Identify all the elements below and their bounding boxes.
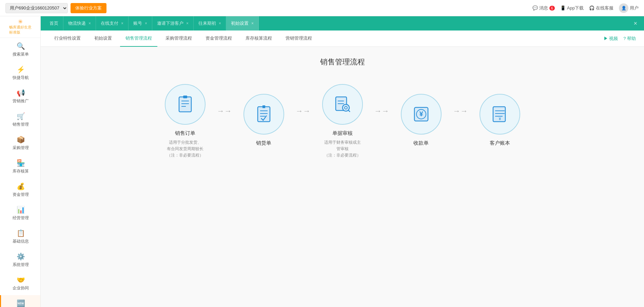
flow-circle-sales-invoice xyxy=(243,94,284,135)
tab-close-payment[interactable]: × xyxy=(121,21,123,26)
video-help-button[interactable]: ▶ 视频 xyxy=(604,36,618,42)
flow-desc-doc-review: 适用于财务审核或主管审核（注：非必要流程） xyxy=(324,139,361,159)
flow-arrow-4: →→ xyxy=(453,107,468,136)
flow-circle-sales-order xyxy=(165,84,206,125)
sub-tab-initial[interactable]: 初始设置 xyxy=(89,30,117,47)
operation-icon: 📊 xyxy=(17,206,25,214)
main-layout: 畅 畅库通好生意 标准版 🔍 搜索菜单 ⚡ 快捷导航 📢 营销推广 🛒 销售管理… xyxy=(0,16,644,307)
tab-close-invite[interactable]: × xyxy=(186,21,189,26)
user-selector[interactable]: 用户690企业1660120507 xyxy=(5,3,68,13)
message-item[interactable]: 💬 消息 6 xyxy=(532,5,555,11)
message-badge: 6 xyxy=(549,6,555,11)
user-profile-item[interactable]: 👤 用户 xyxy=(619,3,639,13)
sidebar-item-corp[interactable]: 🤝 企业协同 xyxy=(0,272,40,295)
customer-service-item[interactable]: 🎧 在线客服 xyxy=(589,5,613,11)
tab-close-account[interactable]: × xyxy=(145,21,147,26)
sidebar-item-basic[interactable]: 📋 基础信息 xyxy=(0,225,40,248)
finance-icon: 💰 xyxy=(17,182,25,190)
tab-account[interactable]: 账号 × xyxy=(129,16,152,30)
tab-logistics[interactable]: 物流快递 × xyxy=(63,16,96,30)
sub-tab-stock-flow[interactable]: 库存核算流程 xyxy=(240,30,277,47)
tab-home[interactable]: 首页 xyxy=(45,16,63,30)
flow-step-doc-review: 单据审核 适用于财务审核或主管审核（注：非必要流程） xyxy=(312,84,373,159)
flow-step-sales-invoice: 销货单 xyxy=(233,94,294,149)
flow-label-doc-review: 单据审核 xyxy=(332,130,353,137)
nav-tabs: 首页 物流快递 × 在线支付 × 账号 × 邀请下游客户 × 往来期初 × xyxy=(41,16,644,30)
sidebar-item-sales[interactable]: 🛒 销售管理 xyxy=(0,108,40,131)
svg-rect-2 xyxy=(179,97,191,112)
app-icon: 📱 xyxy=(560,5,566,11)
quick-icon: ⚡ xyxy=(17,65,25,74)
flow-diagram: 销售订单 适用于分批发货、有合同发货周期较长（注：非必要流程） →→ xyxy=(54,84,630,159)
tab-payment[interactable]: 在线支付 × xyxy=(96,16,129,30)
try-industry-button[interactable]: 体验行业方案 xyxy=(71,3,106,13)
sub-tab-finance-flow[interactable]: 资金管理流程 xyxy=(200,30,237,47)
sub-tabs: 行业特性设置 初始设置 销售管理流程 采购管理流程 资金管理流程 库存核算流程 xyxy=(41,30,644,47)
logo-name: 畅库通好生意 标准版 xyxy=(9,25,32,35)
right-area: 首页 物流快递 × 在线支付 × 账号 × 邀请下游客户 × 往来期初 × xyxy=(41,16,644,307)
sidebar-item-system[interactable]: ⚙️ 系统管理 xyxy=(0,248,40,272)
customer-account-icon: ¥ xyxy=(490,105,509,124)
sidebar-item-search[interactable]: 🔍 搜索菜单 xyxy=(0,38,40,61)
sub-tab-purchase-flow[interactable]: 采购管理流程 xyxy=(160,30,197,47)
top-bar: 用户690企业1660120507 体验行业方案 💬 消息 6 📱 App下载 … xyxy=(0,0,644,16)
sub-tab-industry[interactable]: 行业特性设置 xyxy=(49,30,86,47)
sidebar-item-operation[interactable]: 📊 经营管理 xyxy=(0,202,40,225)
flow-step-sales-order: 销售订单 适用于分批发货、有合同发货周期较长（注：非必要流程） xyxy=(155,84,216,159)
sub-tab-sales-flow[interactable]: 销售管理流程 xyxy=(120,30,157,47)
flow-circle-customer-account: ¥ xyxy=(480,94,520,135)
help-button[interactable]: ? 帮助 xyxy=(623,36,636,42)
tab-close-initial[interactable]: × xyxy=(251,21,254,26)
sales-order-icon xyxy=(176,95,195,114)
help-icon: ? xyxy=(623,36,626,41)
search-icon: 🔍 xyxy=(17,42,25,50)
avatar: 👤 xyxy=(619,3,628,13)
sales-invoice-icon xyxy=(254,105,273,124)
flow-arrow-3: →→ xyxy=(374,107,389,136)
svg-rect-6 xyxy=(183,96,187,98)
flow-label-customer-account: 客户账本 xyxy=(490,140,510,146)
sidebar-item-finance[interactable]: 💰 资金管理 xyxy=(0,178,40,202)
flow-label-receipt: 收款单 xyxy=(413,140,429,146)
tab-invite[interactable]: 邀请下游客户 × xyxy=(152,16,194,30)
system-icon: ⚙️ xyxy=(17,252,25,261)
top-bar-right: 💬 消息 6 📱 App下载 🎧 在线客服 👤 用户 xyxy=(532,3,639,13)
content-area: 行业特性设置 初始设置 销售管理流程 采购管理流程 资金管理流程 库存核算流程 xyxy=(41,30,644,307)
sidebar-item-purchase[interactable]: 📦 采购管理 xyxy=(0,131,40,155)
svg-text:¥: ¥ xyxy=(419,110,423,118)
sidebar-item-marketing[interactable]: 📢 营销推广 xyxy=(0,85,40,108)
flow-step-customer-account: ¥ 客户账本 xyxy=(469,94,530,149)
service-icon: 🎧 xyxy=(589,5,594,11)
svg-line-16 xyxy=(348,110,350,112)
sub-tab-actions: ▶ 视频 ? 帮助 xyxy=(604,36,636,42)
tab-close-logistics[interactable]: × xyxy=(89,21,91,26)
app-download-item[interactable]: 📱 App下载 xyxy=(560,5,584,11)
flow-desc-sales-order: 适用于分批发货、有合同发货周期较长（注：非必要流程） xyxy=(167,139,203,159)
close-all-tabs-button[interactable]: × xyxy=(631,20,640,27)
flow-arrow-1: →→ xyxy=(217,107,232,136)
page-title: 销售管理流程 xyxy=(54,57,630,67)
sidebar-item-guide[interactable]: 🆕 新手引导 xyxy=(0,295,40,307)
flow-label-sales-order: 销售订单 xyxy=(175,130,195,137)
sidebar: 畅 畅库通好生意 标准版 🔍 搜索菜单 ⚡ 快捷导航 📢 营销推广 🛒 销售管理… xyxy=(0,16,41,307)
purchase-icon: 📦 xyxy=(17,136,25,144)
tab-initial-setup[interactable]: 初始设置 × xyxy=(226,16,259,30)
flow-arrow-2: →→ xyxy=(296,107,311,136)
sales-icon: 🛒 xyxy=(17,112,25,120)
flow-step-receipt: ¥ 收款单 xyxy=(391,94,452,149)
sidebar-item-stock[interactable]: 🏪 库存核算 xyxy=(0,155,40,178)
guide-icon: 🆕 xyxy=(17,299,25,307)
svg-text:畅: 畅 xyxy=(19,20,21,23)
brand-logo-icon: 畅 xyxy=(14,19,26,24)
flow-label-sales-invoice: 销货单 xyxy=(256,140,271,146)
tab-close-period[interactable]: × xyxy=(219,21,221,26)
page-content: 销售管理流程 xyxy=(41,47,644,176)
sidebar-logo: 畅 畅库通好生意 标准版 xyxy=(0,16,40,38)
sub-tab-marketing-flow[interactable]: 营销管理流程 xyxy=(280,30,317,47)
tab-period[interactable]: 往来期初 × xyxy=(194,16,226,30)
svg-text:¥: ¥ xyxy=(498,117,501,121)
flow-circle-doc-review xyxy=(322,84,363,125)
sidebar-item-quick[interactable]: ⚡ 快捷导航 xyxy=(0,61,40,85)
message-icon: 💬 xyxy=(532,5,538,11)
marketing-icon: 📢 xyxy=(17,89,25,97)
